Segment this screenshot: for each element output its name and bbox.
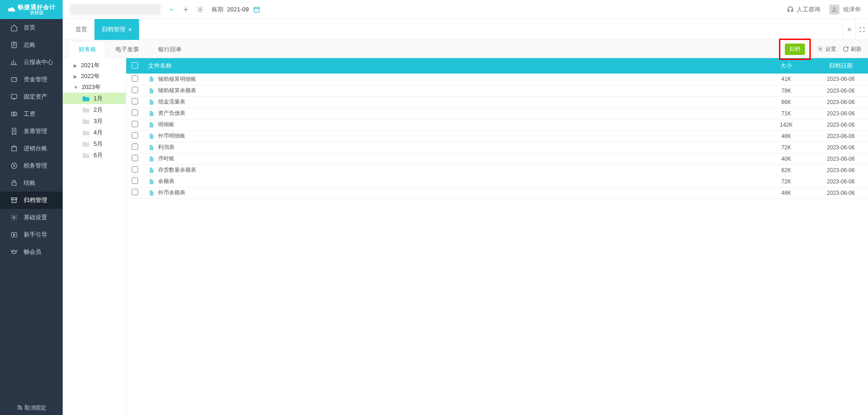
nav-label: 归档管理 — [24, 196, 47, 204]
tab-archive[interactable]: 归档管理× — [94, 19, 139, 40]
file-size: 62K — [759, 164, 813, 176]
table-row[interactable]: 余额表72K2023-06-06 — [126, 176, 868, 187]
tree-month[interactable]: 6月 — [63, 149, 126, 161]
nav-member[interactable]: 畅会员 — [0, 243, 63, 261]
file-date: 2023-06-06 — [813, 74, 868, 85]
file-date: 2023-06-06 — [813, 85, 868, 96]
caret-right-icon: ▶ — [74, 74, 77, 79]
select-all-checkbox[interactable] — [132, 62, 138, 69]
nav-tax[interactable]: 税务管理 — [0, 157, 63, 174]
row-checkbox[interactable] — [132, 98, 138, 104]
nav-close[interactable]: 结账 — [0, 174, 63, 192]
file-name: 序时账 — [158, 155, 174, 163]
subtab-bank[interactable]: 银行回单 — [149, 40, 191, 58]
file-size: 72K — [759, 176, 813, 187]
nav-label: 新手引导 — [24, 231, 47, 239]
sidebar-unpin[interactable]: 取消固定 — [0, 400, 63, 415]
avatar[interactable] — [829, 5, 839, 15]
nav-home[interactable]: 首页 — [0, 19, 63, 36]
table-row[interactable]: 利润表72K2023-06-06 — [126, 142, 868, 153]
table-row[interactable]: 外币明细账48K2023-06-06 — [126, 130, 868, 142]
table-row[interactable]: 辅助核算明细账41K2023-06-06 — [126, 74, 868, 85]
folder-icon — [83, 153, 90, 158]
nav-ledger[interactable]: 总账 — [0, 36, 63, 54]
svg-rect-8 — [11, 198, 17, 199]
nav-label: 总账 — [24, 41, 35, 49]
file-name: 余额表 — [158, 178, 174, 185]
row-checkbox[interactable] — [132, 121, 138, 127]
tree-month[interactable]: 4月 — [63, 127, 126, 138]
row-checkbox[interactable] — [132, 75, 138, 82]
tree-month[interactable]: 1月 — [63, 93, 126, 104]
nav-label: 基础设置 — [24, 213, 47, 222]
subtab-einvoice[interactable]: 电子发票 — [106, 40, 149, 58]
row-checkbox[interactable] — [132, 178, 138, 184]
archive-button[interactable]: 归档 — [785, 44, 805, 55]
row-checkbox[interactable] — [132, 166, 138, 173]
table-row[interactable]: 资产负债表71K2023-06-06 — [126, 108, 868, 119]
plus-icon[interactable] — [182, 5, 190, 14]
row-checkbox[interactable] — [132, 143, 138, 150]
nav-fund[interactable]: 资金管理 — [0, 71, 63, 88]
support-link[interactable]: 人工咨询 — [787, 5, 820, 14]
close-all-button[interactable] — [843, 19, 855, 40]
sidebar: 畅捷通好会计 旗舰版 首页 总账 云报表中心 资金管理 固定资产 工资 发票管理… — [0, 0, 63, 415]
brand-edition: 旗舰版 — [30, 10, 44, 15]
nav-inventory[interactable]: 进销台账 — [0, 140, 63, 157]
document-icon — [148, 88, 154, 94]
tree-month-label: 4月 — [94, 128, 103, 137]
tree-year-label: 2023年 — [82, 83, 101, 91]
tree-month[interactable]: 2月 — [63, 104, 126, 115]
tree-month[interactable]: 5月 — [63, 138, 126, 149]
nav-invoice[interactable]: 发票管理 — [0, 123, 63, 140]
row-checkbox[interactable] — [132, 189, 138, 195]
nav-archive[interactable]: 归档管理 — [0, 192, 63, 209]
nav-report[interactable]: 云报表中心 — [0, 54, 63, 71]
row-checkbox[interactable] — [132, 155, 138, 161]
sidebar-nav: 首页 总账 云报表中心 资金管理 固定资产 工资 发票管理 进销台账 税务管理 … — [0, 19, 63, 400]
gear-icon — [10, 213, 18, 222]
period-value[interactable]: 2021-09 — [227, 6, 249, 13]
file-name: 外币余额表 — [158, 189, 185, 197]
nav-settings[interactable]: 基础设置 — [0, 209, 63, 226]
tree-year[interactable]: ▶2021年 — [63, 60, 126, 71]
gear-icon[interactable] — [196, 5, 204, 14]
svg-point-11 — [199, 9, 201, 10]
username[interactable]: 徐泽华 — [843, 5, 861, 14]
topbar: 账期 2021-09 人工咨询 徐泽华 — [63, 0, 868, 19]
company-selector[interactable] — [70, 4, 161, 15]
tree-month[interactable]: 3月 — [63, 115, 126, 127]
nav-salary[interactable]: 工资 — [0, 105, 63, 123]
refresh-button[interactable]: 刷新 — [843, 45, 862, 53]
tab-home[interactable]: 首页 — [68, 19, 94, 40]
table-row[interactable]: 外币余额表48K2023-06-06 — [126, 187, 868, 198]
svg-rect-7 — [12, 183, 16, 186]
row-checkbox[interactable] — [132, 87, 138, 93]
table-row[interactable]: 辅助核算余额表79K2023-06-06 — [126, 85, 868, 96]
table-row[interactable]: 现金流量表66K2023-06-06 — [126, 96, 868, 108]
table-row[interactable]: 存货数量余额表62K2023-06-06 — [126, 164, 868, 176]
tree-year[interactable]: ▼2023年 — [63, 82, 126, 93]
brand-logo: 畅捷通好会计 旗舰版 — [0, 0, 63, 19]
chevron-down-icon[interactable] — [167, 5, 175, 14]
row-checkbox[interactable] — [132, 132, 138, 138]
file-name: 资产负债表 — [158, 109, 185, 117]
headset-icon — [787, 6, 794, 13]
file-name: 辅助核算余额表 — [158, 87, 196, 94]
nav-asset[interactable]: 固定资产 — [0, 88, 63, 105]
row-checkbox[interactable] — [132, 109, 138, 116]
close-icon[interactable]: × — [128, 26, 132, 33]
nav-guide[interactable]: 新手引导 — [0, 226, 63, 243]
table-row[interactable]: 明细账142K2023-06-06 — [126, 119, 868, 130]
file-size: 48K — [759, 187, 813, 198]
tree-month-label: 6月 — [94, 151, 103, 159]
settings-button[interactable]: 设置 — [817, 45, 836, 53]
folder-icon — [83, 130, 90, 135]
table-row[interactable]: 序时账40K2023-06-06 — [126, 153, 868, 164]
calendar-icon[interactable] — [253, 5, 261, 14]
tree-year[interactable]: ▶2022年 — [63, 71, 126, 82]
tree-month-label: 2月 — [94, 106, 103, 114]
fullscreen-button[interactable] — [855, 19, 868, 40]
subtab-finance[interactable]: 财务账 — [69, 41, 106, 58]
document-icon — [148, 133, 154, 139]
